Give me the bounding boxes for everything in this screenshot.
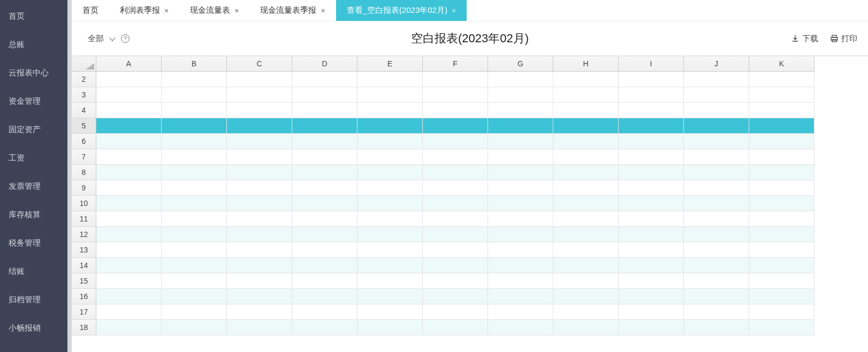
cell-B11[interactable]: [162, 211, 227, 227]
cell-G10[interactable]: [488, 196, 553, 211]
cell-I5[interactable]: [619, 118, 684, 134]
column-header-B[interactable]: B: [162, 56, 227, 72]
cell-I7[interactable]: [619, 149, 684, 165]
row-header-14[interactable]: 14: [72, 258, 96, 273]
cell-E8[interactable]: [357, 165, 423, 180]
row-header-13[interactable]: 13: [72, 242, 96, 258]
cell-K13[interactable]: [749, 242, 814, 258]
cell-E17[interactable]: [357, 304, 423, 320]
cell-F3[interactable]: [423, 87, 488, 103]
cell-K9[interactable]: [749, 180, 814, 196]
column-header-K[interactable]: K: [749, 56, 814, 72]
cell-F14[interactable]: [423, 258, 488, 273]
column-header-G[interactable]: G: [488, 56, 553, 72]
cell-E6[interactable]: [357, 134, 423, 149]
tab-0[interactable]: 首页: [72, 0, 109, 21]
cell-D10[interactable]: [292, 196, 357, 211]
cell-K18[interactable]: [749, 320, 814, 335]
cell-B13[interactable]: [162, 242, 227, 258]
cell-F18[interactable]: [423, 320, 488, 335]
cell-D5[interactable]: [292, 118, 357, 134]
sidebar-item-ledger[interactable]: 总账: [0, 30, 67, 59]
cell-G6[interactable]: [488, 134, 553, 149]
sidebar-item-archive[interactable]: 归档管理: [0, 286, 67, 314]
cell-A16[interactable]: [96, 289, 162, 304]
cell-C6[interactable]: [227, 134, 292, 149]
cell-G3[interactable]: [488, 87, 553, 103]
cell-E15[interactable]: [357, 273, 423, 289]
cell-F6[interactable]: [423, 134, 488, 149]
cell-I4[interactable]: [619, 103, 684, 118]
cell-H7[interactable]: [553, 149, 619, 165]
row-header-8[interactable]: 8: [72, 165, 96, 180]
cell-D13[interactable]: [292, 242, 357, 258]
cell-G13[interactable]: [488, 242, 553, 258]
cell-C13[interactable]: [227, 242, 292, 258]
row-header-18[interactable]: 18: [72, 320, 96, 335]
cell-G17[interactable]: [488, 304, 553, 320]
tab-3[interactable]: 现金流量表季报×: [249, 0, 336, 21]
cell-J5[interactable]: [684, 118, 749, 134]
cell-B9[interactable]: [162, 180, 227, 196]
cell-B17[interactable]: [162, 304, 227, 320]
cell-G8[interactable]: [488, 165, 553, 180]
cell-I17[interactable]: [619, 304, 684, 320]
cell-D16[interactable]: [292, 289, 357, 304]
cell-F10[interactable]: [423, 196, 488, 211]
cell-I3[interactable]: [619, 87, 684, 103]
cell-G11[interactable]: [488, 211, 553, 227]
cell-K15[interactable]: [749, 273, 814, 289]
cell-C12[interactable]: [227, 227, 292, 242]
cell-B4[interactable]: [162, 103, 227, 118]
cell-C5[interactable]: [227, 118, 292, 134]
column-header-D[interactable]: D: [292, 56, 357, 72]
sidebar-item-salary[interactable]: 工资: [0, 144, 67, 172]
cell-K5[interactable]: [749, 118, 814, 134]
cell-F16[interactable]: [423, 289, 488, 304]
cell-I8[interactable]: [619, 165, 684, 180]
cell-B10[interactable]: [162, 196, 227, 211]
cell-G16[interactable]: [488, 289, 553, 304]
cell-H16[interactable]: [553, 289, 619, 304]
cell-D15[interactable]: [292, 273, 357, 289]
cell-E10[interactable]: [357, 196, 423, 211]
cell-E16[interactable]: [357, 289, 423, 304]
row-header-16[interactable]: 16: [72, 289, 96, 304]
cell-J3[interactable]: [684, 87, 749, 103]
cell-D18[interactable]: [292, 320, 357, 335]
cell-B7[interactable]: [162, 149, 227, 165]
sidebar-item-fund[interactable]: 资金管理: [0, 87, 67, 116]
cell-K17[interactable]: [749, 304, 814, 320]
cell-C11[interactable]: [227, 211, 292, 227]
cell-D6[interactable]: [292, 134, 357, 149]
tab-2[interactable]: 现金流量表×: [179, 0, 249, 21]
cell-A7[interactable]: [96, 149, 162, 165]
cell-D17[interactable]: [292, 304, 357, 320]
cell-C17[interactable]: [227, 304, 292, 320]
cell-J16[interactable]: [684, 289, 749, 304]
cell-J9[interactable]: [684, 180, 749, 196]
cell-G15[interactable]: [488, 273, 553, 289]
download-button[interactable]: 下载: [791, 34, 818, 44]
cell-F15[interactable]: [423, 273, 488, 289]
cell-D2[interactable]: [292, 72, 357, 87]
cell-D11[interactable]: [292, 211, 357, 227]
cell-D3[interactable]: [292, 87, 357, 103]
cell-H9[interactable]: [553, 180, 619, 196]
sidebar-item-tax[interactable]: 税务管理: [0, 229, 67, 257]
row-header-7[interactable]: 7: [72, 149, 96, 165]
cell-I10[interactable]: [619, 196, 684, 211]
column-header-F[interactable]: F: [423, 56, 488, 72]
cell-E3[interactable]: [357, 87, 423, 103]
cell-C14[interactable]: [227, 258, 292, 273]
cell-H6[interactable]: [553, 134, 619, 149]
cell-B16[interactable]: [162, 289, 227, 304]
cell-C8[interactable]: [227, 165, 292, 180]
column-header-E[interactable]: E: [357, 56, 423, 72]
row-header-10[interactable]: 10: [72, 196, 96, 211]
column-header-J[interactable]: J: [684, 56, 749, 72]
cell-E18[interactable]: [357, 320, 423, 335]
cell-A11[interactable]: [96, 211, 162, 227]
cell-E14[interactable]: [357, 258, 423, 273]
cell-D14[interactable]: [292, 258, 357, 273]
